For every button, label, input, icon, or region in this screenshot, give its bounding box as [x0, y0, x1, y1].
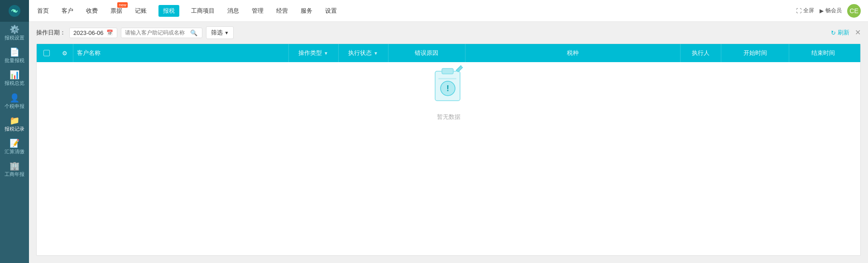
chevron-down-icon: ▼: [225, 30, 229, 35]
empty-text: 暂无数据: [437, 113, 460, 121]
baoshui-shezhi-icon: ⚙️: [10, 25, 19, 34]
sidebar-item-label: 工商年报: [5, 171, 24, 177]
sidebar: ⚙️ 报税设置 📄 批量报税 📊 报税总览 👤 个税申报 📁 报税记录 📝 汇算…: [0, 0, 29, 263]
sort-icon: ▼: [374, 51, 378, 56]
nav-gongshang-xiangmu[interactable]: 工商项目: [190, 5, 216, 17]
zonglang-icon: 📊: [10, 71, 19, 79]
date-picker[interactable]: 2023-06-06 📅: [69, 28, 117, 38]
date-value: 2023-06-06: [73, 29, 104, 36]
svg-text:!: !: [446, 84, 449, 93]
th-error: 错误原因: [388, 44, 465, 62]
nav-jizhang[interactable]: 记账: [134, 5, 148, 17]
th-tax: 税种: [465, 44, 681, 62]
toolbar-right: ↻ 刷新 ✕: [831, 29, 861, 37]
th-start-time: 开始时间: [721, 44, 789, 62]
sidebar-item-label: 报税记录: [5, 126, 24, 132]
nav-shoufei[interactable]: 收费: [85, 5, 99, 17]
search-input[interactable]: [125, 29, 188, 36]
svg-rect-3: [442, 68, 453, 74]
sidebar-item-huisuan-jiaona[interactable]: 📝 汇算清缴: [0, 136, 29, 158]
geshui-icon: 👤: [10, 94, 19, 102]
empty-state: ! 暂无数据: [37, 62, 860, 121]
sidebar-item-label: 批量报税: [5, 58, 24, 63]
th-status[interactable]: 执行状态 ▼: [338, 44, 388, 62]
main-area: 首页 客户 收费 票据 new 记账 报税 工商项目 消息 管理 经营 服务 设…: [29, 0, 868, 263]
settings-icon: ⚙: [62, 50, 67, 57]
toolbar: 操作日期： 2023-06-06 📅 🔍 筛选 ▼ ↻ 刷新 ✕: [29, 22, 868, 44]
avatar[interactable]: CE: [847, 4, 861, 18]
close-button[interactable]: ✕: [855, 29, 861, 36]
sidebar-item-gongshang-nianbao[interactable]: 🏢 工商年报: [0, 158, 29, 181]
nav-shouye[interactable]: 首页: [36, 5, 50, 17]
refresh-button[interactable]: ↻ 刷新: [831, 29, 849, 37]
sidebar-item-label: 个税申报: [5, 103, 24, 109]
topnav-right: ⛶ 全屏 ▶ 畅会员 CE: [796, 4, 861, 18]
filter-label: 筛选: [211, 29, 223, 37]
sidebar-item-baoshui-zonglang[interactable]: 📊 报税总览: [0, 67, 29, 90]
nav-baoshui[interactable]: 报税: [158, 5, 179, 17]
svg-rect-8: [438, 78, 456, 79]
table-body: ! 暂无数据: [37, 62, 860, 255]
search-box[interactable]: 🔍: [121, 28, 202, 38]
table-container: ⚙ 客户名称 操作类型 ▼ 执行状态 ▼ 错误原因 税种: [36, 44, 861, 256]
sidebar-item-piliang-baoshui[interactable]: 📄 批量报税: [0, 44, 29, 67]
table-header: ⚙ 客户名称 操作类型 ▼ 执行状态 ▼ 错误原因 税种: [37, 44, 860, 62]
topnav: 首页 客户 收费 票据 new 记账 报税 工商项目 消息 管理 经营 服务 设…: [29, 0, 868, 22]
th-settings[interactable]: ⚙: [57, 50, 73, 57]
svg-point-1: [13, 10, 16, 12]
sidebar-item-label: 汇算清缴: [5, 149, 24, 155]
date-label: 操作日期：: [36, 29, 66, 37]
video-icon: ▶: [820, 8, 824, 14]
sort-icon: ▼: [324, 51, 328, 56]
search-icon: 🔍: [190, 29, 197, 36]
sidebar-item-label: 报税设置: [5, 35, 24, 41]
nav-fuwu[interactable]: 服务: [300, 5, 313, 17]
th-name: 客户名称: [73, 44, 288, 62]
th-checkbox[interactable]: [37, 50, 57, 56]
nav-jingying[interactable]: 经营: [275, 5, 289, 17]
refresh-icon: ↻: [831, 29, 836, 36]
nav-piaoju[interactable]: 票据 new: [110, 5, 123, 17]
th-type[interactable]: 操作类型 ▼: [288, 44, 338, 62]
content: 操作日期： 2023-06-06 📅 🔍 筛选 ▼ ↻ 刷新 ✕: [29, 22, 868, 263]
fullscreen-icon: ⛶: [796, 8, 801, 14]
huisuan-icon: 📝: [10, 139, 19, 147]
th-end-time: 结束时间: [789, 44, 857, 62]
nianbao-icon: 🏢: [10, 162, 19, 170]
nav-kehu[interactable]: 客户: [61, 5, 74, 17]
member-button[interactable]: ▶ 畅会员: [820, 7, 842, 15]
fullscreen-button[interactable]: ⛶ 全屏: [796, 7, 814, 15]
empty-illustration: !: [428, 62, 469, 107]
nav-guanli[interactable]: 管理: [251, 5, 264, 17]
sidebar-item-baoshui-shezhi[interactable]: ⚙️ 报税设置: [0, 22, 29, 44]
sidebar-item-label: 报税总览: [5, 80, 24, 86]
th-executor: 执行人: [680, 44, 721, 62]
nav-shezhi[interactable]: 设置: [324, 5, 338, 17]
jilu-icon: 📁: [10, 117, 19, 125]
new-badge: new: [117, 2, 128, 8]
sidebar-item-geshui-shenbao[interactable]: 👤 个税申报: [0, 90, 29, 113]
piliang-baoshui-icon: 📄: [10, 48, 19, 56]
sidebar-item-baoshui-jilu[interactable]: 📁 报税记录: [0, 113, 29, 136]
filter-button[interactable]: 筛选 ▼: [206, 26, 234, 39]
calendar-icon: 📅: [106, 29, 113, 36]
logo[interactable]: [0, 0, 29, 22]
nav-xiaoxi[interactable]: 消息: [226, 5, 240, 17]
select-all-checkbox[interactable]: [43, 50, 50, 56]
